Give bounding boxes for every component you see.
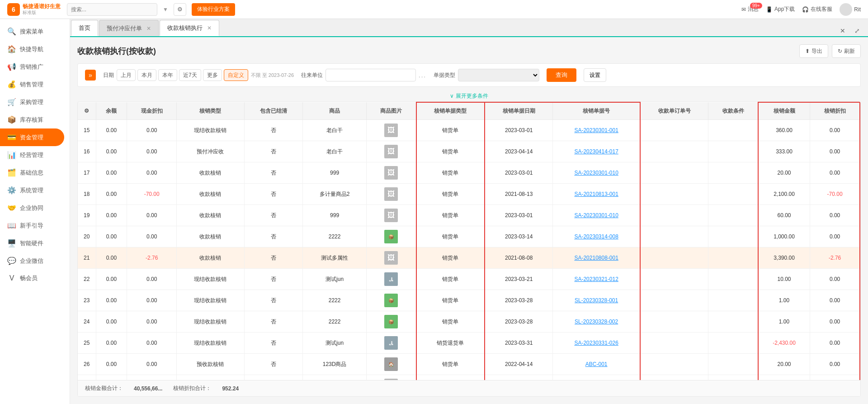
date-btn-custom[interactable]: 自定义 <box>224 69 248 81</box>
cell-num: 15 <box>78 120 96 141</box>
user-area[interactable]: Rit <box>840 3 861 16</box>
table-scroll-area[interactable]: ⚙ 余额 现金折扣 核销类型 包含已结清 商品 商品图片 核销单据类型 核销单据… <box>78 102 860 380</box>
search-dropdown-icon[interactable]: ▼ <box>163 6 168 13</box>
filter-collapse-btn[interactable]: » <box>85 70 96 81</box>
bill-no-link[interactable]: SA-20210813-001 <box>574 191 618 197</box>
cell-cancel-discount: 0.00 <box>810 226 860 247</box>
sidebar-item-hardware[interactable]: 🖥️ 智能硬件 <box>0 234 70 252</box>
bill-no-link[interactable]: SA-20230314-008 <box>574 233 618 240</box>
sidebar-item-wechat[interactable]: 💬 企业微信 <box>0 252 70 270</box>
cell-product: 测试jun <box>303 269 367 290</box>
date-btn-last-month[interactable]: 上月 <box>117 69 136 81</box>
cell-cash-discount: 0.00 <box>127 269 176 290</box>
cell-include-settled: 否 <box>244 333 303 354</box>
cell-bill-type: 销货单 <box>416 205 485 226</box>
cell-bill-no: SL-20230408-001 <box>553 375 640 380</box>
cell-product-img: 🖼 <box>366 141 416 162</box>
sidebar-item-guide[interactable]: 📖 新手引导 <box>0 217 70 234</box>
table-header-row: ⚙ 余额 现金折扣 核销类型 包含已结清 商品 商品图片 核销单据类型 核销单据… <box>78 102 860 120</box>
expand-more-btn[interactable]: ∨ 展开更多条件 <box>77 90 861 101</box>
filter-setting-btn[interactable]: 设置 <box>584 68 606 82</box>
th-cancel-amount: 核销金额 <box>758 102 810 120</box>
cell-receipt-cond <box>708 120 758 141</box>
tab-receivable[interactable]: 收款核销执行 ✕ <box>160 20 219 36</box>
date-btn-this-month[interactable]: 本月 <box>137 69 156 81</box>
cell-receipt-order <box>640 290 708 311</box>
from-unit-input[interactable] <box>326 69 416 81</box>
bill-no-link[interactable]: SA-20230301-001 <box>574 127 618 133</box>
sidebar-item-basic[interactable]: 🗂️ 基础信息 <box>0 164 70 181</box>
sidebar-item-search[interactable]: 🔍 搜索菜单 <box>0 23 70 40</box>
gear-icon[interactable]: ⚙ <box>174 3 186 16</box>
sidebar-item-collab[interactable]: 🤝 企业协同 <box>0 199 70 217</box>
table-row: 170.000.00收款核销否999🖼销货单2023-03-01SA-20230… <box>78 162 860 184</box>
cell-bill-no: SA-20230301-010 <box>553 205 640 226</box>
bill-no-link[interactable]: SA-20230321-012 <box>574 276 618 282</box>
refresh-btn[interactable]: ↻ 刷新 <box>832 44 861 58</box>
bill-no-link[interactable]: SA-20230414-017 <box>574 148 618 155</box>
top-bar: 6 畅捷通谱好生意 标准版 ▼ ⚙ 体验行业方案 ✉ 消息 99+ 📱 App下… <box>0 0 868 19</box>
industry-btn[interactable]: 体验行业方案 <box>192 3 235 16</box>
export-btn[interactable]: ⬆ 导出 <box>799 44 828 58</box>
sidebar-item-finance[interactable]: 💳 资金管理 <box>0 128 64 146</box>
sidebar-item-shortcuts[interactable]: 🏠 快捷导航 <box>0 40 70 58</box>
sidebar-item-operation[interactable]: 📊 经营管理 <box>0 146 70 164</box>
sidebar-label: 智能硬件 <box>20 239 43 247</box>
tab-prepaid-close[interactable]: ✕ <box>146 25 151 32</box>
cell-cancel-amount: 1.00 <box>758 311 810 333</box>
notification-btn[interactable]: ✉ 消息 99+ <box>741 5 759 13</box>
bill-no-link[interactable]: SA-20230331-026 <box>574 340 618 346</box>
bill-no-link[interactable]: SA-20230301-010 <box>574 212 618 219</box>
search-input[interactable] <box>67 3 157 16</box>
config-icon: ⚙ <box>84 108 89 114</box>
sidebar-item-system[interactable]: ⚙️ 系统管理 <box>0 181 70 199</box>
sidebar-item-marketing[interactable]: 📢 营销推广 <box>0 58 70 76</box>
bill-no-link[interactable]: ABC-001 <box>585 361 608 367</box>
sidebar-item-sales[interactable]: 💰 销售管理 <box>0 76 70 93</box>
online-service-btn[interactable]: 🎧 在线客服 <box>802 5 832 13</box>
tab-receivable-close[interactable]: ✕ <box>207 25 212 31</box>
cell-receipt-cond <box>708 375 758 380</box>
cell-bill-date: 2023-03-01 <box>485 205 553 226</box>
cell-bill-no: SA-20230314-008 <box>553 226 640 247</box>
tab-home-label: 首页 <box>79 24 90 32</box>
bill-type-select[interactable] <box>458 69 539 81</box>
app-download-btn[interactable]: 📱 App下载 <box>766 5 795 13</box>
tab-expand-btn[interactable]: ⤢ <box>852 25 863 36</box>
filter-dots: ... <box>419 72 426 79</box>
th-receipt-order: 收款单订单号 <box>640 102 708 120</box>
tab-prepaid[interactable]: 预付冲应付单 ✕ <box>99 20 159 36</box>
cell-receipt-cond <box>708 184 758 205</box>
bill-no-link[interactable]: SL-20230328-001 <box>575 297 618 304</box>
th-config[interactable]: ⚙ <box>78 102 96 120</box>
th-include-settled: 包含已结清 <box>244 102 303 120</box>
date-btn-this-year[interactable]: 本年 <box>158 69 177 81</box>
bill-no-link[interactable]: SA-20210808-001 <box>574 255 618 261</box>
tab-close-all-btn[interactable]: ✕ <box>837 25 848 36</box>
sidebar-item-member[interactable]: V 畅会员 <box>0 270 70 287</box>
tab-home[interactable]: 首页 <box>71 20 98 36</box>
th-cash-discount: 现金折扣 <box>127 102 176 120</box>
filter-bar: » 日期 上月 本月 本年 近7天 更多 自定义 不限 至 2023-07-26… <box>77 63 861 87</box>
sidebar-item-inventory[interactable]: 📦 库存核算 <box>0 111 70 128</box>
cell-product-img: 🖼 <box>366 247 416 269</box>
cell-receipt-order <box>640 226 708 247</box>
page-content: 收款核销执行(按收款) ⬆ 导出 ↻ 刷新 » 日期 <box>70 37 868 404</box>
tab-prepaid-label: 预付冲应付单 <box>107 24 142 33</box>
sidebar-label: 企业协同 <box>20 204 43 212</box>
app-name: 畅捷通谱好生意 <box>23 3 61 10</box>
cell-cancel-type: 现结收款核销 <box>176 311 244 333</box>
sidebar-item-purchase[interactable]: 🛒 采购管理 <box>0 93 70 111</box>
cell-bill-date: 2023-03-01 <box>485 162 553 184</box>
cell-product: 999 <box>303 162 367 184</box>
date-btn-7days[interactable]: 近7天 <box>179 69 201 81</box>
query-btn[interactable]: 查询 <box>547 68 576 82</box>
cell-balance: 0.00 <box>96 120 127 141</box>
cell-cancel-discount: 0.00 <box>810 120 860 141</box>
cell-bill-no: ABC-001 <box>553 354 640 375</box>
bill-no-link[interactable]: SL-20230328-002 <box>575 318 618 325</box>
bill-no-link[interactable]: SA-20230301-010 <box>574 170 618 176</box>
from-unit-label: 往来单位 <box>301 71 323 79</box>
th-receipt-cond: 收款条件 <box>708 102 758 120</box>
date-btn-more[interactable]: 更多 <box>203 69 222 81</box>
